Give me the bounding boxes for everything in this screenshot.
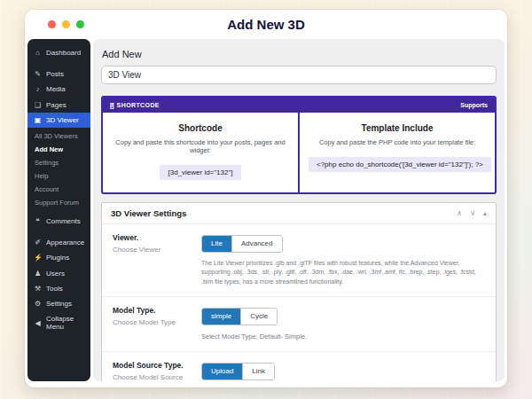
- model-source-type-label: Model Source Type.: [113, 361, 194, 370]
- sidebar-subitem-support-forum[interactable]: Support Forum: [27, 196, 90, 209]
- sidebar-item-pages[interactable]: ❏ Pages: [27, 98, 90, 113]
- sidebar-item-label: Appearance: [46, 239, 84, 246]
- media-icon: ♪: [34, 85, 42, 93]
- sidebar-item-tools[interactable]: ⚒ Tools: [27, 281, 90, 296]
- sidebar-subitem-settings[interactable]: Settings: [27, 156, 90, 169]
- model-source-option-upload[interactable]: Upload: [202, 364, 242, 379]
- settings-panel: 3D Viewer Settings ∧ ∨ ▴ Viewer. Choose …: [101, 202, 497, 381]
- viewer-sublabel: Choose Viewer: [113, 246, 194, 254]
- supports-link[interactable]: Supports: [460, 102, 488, 108]
- window-title: Add New 3D: [25, 10, 507, 39]
- sidebar-item-label: Tools: [46, 285, 63, 293]
- model-source-option-link[interactable]: Link: [242, 364, 274, 379]
- sidebar-item-users[interactable]: ♟ Users: [27, 266, 90, 281]
- shortcode-code[interactable]: [3d_viewer id="132"]: [160, 165, 240, 180]
- pages-icon: ❏: [34, 101, 42, 109]
- shortcode-section: Shortcode Copy and paste this shortcode …: [103, 113, 298, 192]
- sidebar-item-plugins[interactable]: ⚡ Plugins: [27, 250, 90, 265]
- sidebar-item-label: Collapse Menu: [46, 315, 84, 331]
- dashboard-icon: ⌂: [34, 49, 42, 57]
- model-source-type-sublabel: Choose Model Source: [113, 373, 194, 381]
- settings-icon: ⚙: [34, 300, 42, 308]
- template-include-code[interactable]: <?php echo do_shortcode('[3d_viewer id="…: [309, 157, 491, 172]
- shortcode-description: Copy and paste this shortcode into your …: [112, 138, 289, 154]
- model-type-option-cycle[interactable]: Cycle: [240, 309, 277, 325]
- admin-sidebar: ⌂ Dashboard ✎ Posts ♪ Media ❏ Pages ▣ 3D…: [27, 39, 90, 381]
- viewer-option-advanced[interactable]: Advanced: [231, 236, 282, 252]
- move-down-icon[interactable]: ∨: [470, 209, 475, 217]
- shortcode-icon: [/]: [110, 102, 113, 108]
- 3d-viewer-icon: ▣: [34, 116, 42, 124]
- viewer-label: Viewer.: [113, 233, 194, 242]
- sidebar-item-3d-viewer[interactable]: ▣ 3D Viewer: [27, 113, 90, 128]
- model-type-label: Model Type.: [113, 306, 194, 315]
- sidebar-item-dashboard[interactable]: ⌂ Dashboard: [27, 45, 90, 60]
- template-include-description: Copy and paste the PHP code into your te…: [309, 138, 486, 146]
- model-type-setting-row: Model Type. Choose Model Type simple Cyc…: [102, 297, 496, 352]
- viewer-setting-row: Viewer. Choose Viewer Lite Advanced The …: [102, 224, 496, 297]
- app-window: Add New 3D ⌂ Dashboard ✎ Posts ♪ Media ❏…: [25, 10, 507, 387]
- traffic-lights: [48, 20, 84, 28]
- sidebar-item-posts[interactable]: ✎ Posts: [27, 66, 90, 82]
- sidebar-item-collapse-menu[interactable]: ◀ Collapse Menu: [27, 311, 90, 334]
- page-title: Add New: [102, 49, 497, 59]
- collapse-menu-icon: ◀: [34, 319, 42, 327]
- titlebar: Add New 3D: [25, 10, 507, 39]
- toggle-panel-icon[interactable]: ▴: [483, 209, 487, 217]
- sidebar-item-label: Media: [46, 85, 66, 93]
- sidebar-item-label: Plugins: [46, 254, 69, 262]
- model-type-description: Select Model Type, Default- Simple.: [201, 332, 485, 341]
- model-source-toggle-group: Upload Link: [201, 363, 275, 380]
- template-include-section: Template Include Copy and paste the PHP …: [298, 113, 495, 192]
- model-type-toggle-group: simple Cycle: [201, 308, 278, 325]
- shortcode-panel: [/] SHORTCODE Supports Shortcode Copy an…: [101, 96, 497, 194]
- minimize-window-button[interactable]: [62, 20, 70, 28]
- sidebar-item-media[interactable]: ♪ Media: [27, 82, 90, 97]
- sidebar-subitem-add-new[interactable]: Add New: [27, 143, 90, 156]
- sidebar-item-label: Settings: [46, 300, 72, 308]
- maximize-window-button[interactable]: [76, 20, 84, 28]
- sidebar-subitem-all-3d-viewers[interactable]: All 3D Viewers: [27, 129, 90, 143]
- shortcode-panel-header: [/] SHORTCODE Supports: [103, 98, 495, 113]
- posts-icon: ✎: [34, 70, 42, 78]
- sidebar-item-comments[interactable]: ❝ Comments: [27, 214, 90, 229]
- template-include-title: Template Include: [309, 123, 486, 133]
- settings-panel-header: 3D Viewer Settings ∧ ∨ ▴: [102, 203, 496, 224]
- users-icon: ♟: [34, 270, 42, 278]
- shortcode-title: Shortcode: [112, 123, 289, 133]
- appearance-icon: ✐: [34, 239, 42, 246]
- viewer-description: The Lite Viewer prioritizes .glb and .gl…: [201, 259, 485, 287]
- sidebar-subitem-account[interactable]: Account: [27, 183, 90, 196]
- main-content: Add New [/] SHORTCODE Supports Shortcode…: [93, 39, 505, 381]
- shortcode-header-label: SHORTCODE: [117, 102, 160, 108]
- model-source-type-setting-row: Model Source Type. Choose Model Source U…: [102, 352, 496, 381]
- viewer-toggle-group: Lite Advanced: [201, 235, 283, 253]
- title-input[interactable]: [101, 66, 497, 84]
- sidebar-item-settings[interactable]: ⚙ Settings: [27, 296, 90, 311]
- sidebar-item-label: 3D Viewer: [46, 116, 79, 124]
- sidebar-item-label: Users: [46, 270, 65, 278]
- model-type-sublabel: Choose Model Type: [113, 318, 194, 326]
- sidebar-subitem-help[interactable]: Help: [27, 169, 90, 183]
- model-type-option-simple[interactable]: simple: [202, 309, 240, 325]
- sidebar-item-label: Dashboard: [46, 49, 81, 57]
- sidebar-item-label: Pages: [46, 101, 66, 109]
- viewer-option-lite[interactable]: Lite: [202, 236, 231, 252]
- settings-panel-title: 3D Viewer Settings: [111, 208, 186, 218]
- tools-icon: ⚒: [34, 285, 42, 293]
- close-window-button[interactable]: [48, 20, 56, 28]
- move-up-icon[interactable]: ∧: [457, 209, 462, 217]
- plugins-icon: ⚡: [34, 254, 42, 262]
- sidebar-item-label: Comments: [46, 217, 81, 225]
- sidebar-item-label: Posts: [46, 70, 64, 78]
- comments-icon: ❝: [34, 217, 42, 225]
- sidebar-item-appearance[interactable]: ✐ Appearance: [27, 235, 90, 250]
- 3d-viewer-submenu: All 3D Viewers Add New Settings Help Acc…: [27, 128, 90, 214]
